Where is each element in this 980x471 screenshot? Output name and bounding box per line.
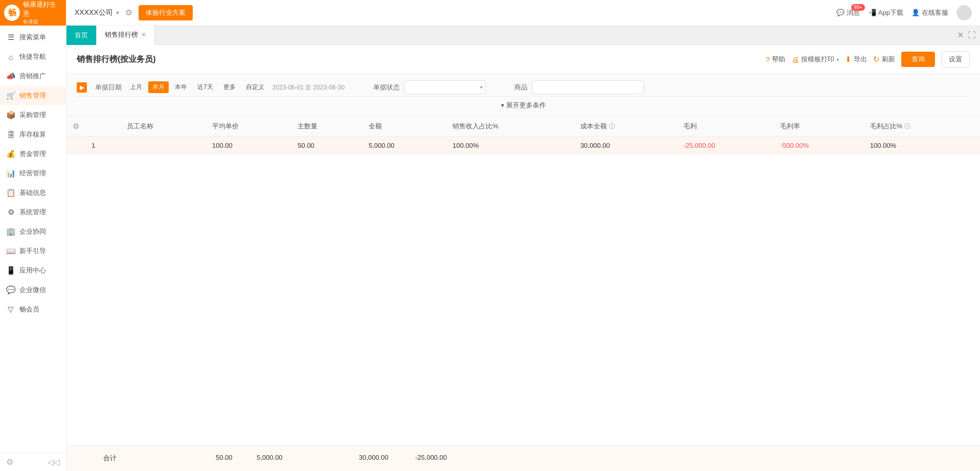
page-actions: ? 帮助 🖨 按模板打印 ▾ ⬇ 导出 ↻ 刷新 查询 设置 [766,51,970,68]
setting-button[interactable]: 设置 [941,51,970,68]
collapse-icon[interactable]: ◁◁ [48,457,60,467]
refresh-button[interactable]: ↻ 刷新 [873,55,895,64]
cell-settings [66,137,85,155]
data-table: ⚙ 员工名称 平均单价 主数量 全额 销售收入占比% 成本全额 ⓘ 毛利 [66,117,980,155]
message-badge: 99+ [851,4,865,11]
finance-icon: 💰 [6,149,15,159]
status-select[interactable] [404,80,486,94]
help-icon: ? [766,55,770,64]
sidebar-item-sales[interactable]: 🛒 销售管理 [0,86,66,105]
sidebar-item-basic-info[interactable]: 📋 基础信息 [0,183,66,203]
sidebar-item-operation[interactable]: 📊 经营管理 [0,164,66,183]
weixin-icon: 💬 [6,285,15,295]
help-button[interactable]: ? 帮助 [766,55,785,64]
sidebar-bottom: ⚙ ◁◁ [0,453,66,471]
tab-sales-rank[interactable]: 销售排行榜 ✕ [97,26,155,45]
export-button[interactable]: ⬇ 导出 [845,55,867,64]
purchase-icon: 📦 [6,110,15,120]
app-download-button[interactable]: 📲 App下载 [868,8,903,17]
message-button[interactable]: 💬 消息 99+ [836,8,860,17]
sidebar-item-system[interactable]: ⚙ 系统管理 [0,203,66,222]
user-avatar[interactable] [956,5,972,20]
tab-close-all-icon[interactable]: ✕ [957,30,964,40]
main-area: XXXXX公司 ▾ ⚙ 体验行业方案 💬 消息 99+ 📲 App下载 👤 在线… [66,0,980,471]
table-header-row: ⚙ 员工名称 平均单价 主数量 全额 销售收入占比% 成本全额 ⓘ 毛利 [66,117,980,137]
page-title: 销售排行榜(按业务员) [77,54,156,65]
sidebar-item-inventory[interactable]: 🗄 库存核算 [0,125,66,144]
filter-area: ▶ 单据日期 上月 本月 本年 近7天 更多 自定义 2023-06-01 至 … [66,74,980,117]
marketing-icon: 📣 [6,72,15,81]
query-button[interactable]: 查询 [901,52,935,67]
print-button[interactable]: 🖨 按模板打印 ▾ [791,55,839,64]
goods-filter: 商品 ··· [514,80,644,94]
status-select-wrap: ▾ [404,80,486,94]
header-settings-icon[interactable]: ⚙ [125,8,132,17]
online-service-button[interactable]: 👤 在线客服 [911,8,948,17]
page-content: 销售排行榜(按业务员) ? 帮助 🖨 按模板打印 ▾ ⬇ 导出 ↻ 刷新 [66,45,980,471]
tab-maximize-icon[interactable]: ⛶ [968,31,976,40]
system-icon: ⚙ [6,208,15,217]
cell-avg-price: 100.00 [206,137,291,155]
sidebar-item-search[interactable]: ☰ 搜索菜单 [0,28,66,47]
tab-home-label: 首页 [75,31,88,40]
guide-icon: 📖 [6,246,15,256]
sidebar-item-purchase[interactable]: 📦 采购管理 [0,105,66,125]
footer-empty1 [66,451,82,466]
tab-sales-rank-label: 销售排行榜 [105,30,138,39]
sidebar-item-marketing[interactable]: 📣 营销推广 [0,66,66,86]
footer-sales-pct [302,451,353,466]
print-icon: 🖨 [791,55,799,64]
app-center-icon: 📱 [6,266,15,275]
home-icon: ⌂ [6,52,15,61]
status-filter: 单据状态 ▾ [373,80,486,94]
tab-home[interactable]: 首页 [66,26,97,45]
sales-icon: 🛒 [6,91,15,100]
cell-sales-pct: 100.00% [446,137,574,155]
cell-gross-rate: -500.00% [774,137,863,155]
date-tab-this-year[interactable]: 本年 [171,81,191,93]
col-settings-icon[interactable]: ⚙ [73,122,79,130]
table-footer: 合计 50.00 5,000.00 30,000.00 -25,000.00 [66,445,980,471]
expand-more-btn[interactable]: ▾ 展开更多条件 [77,96,970,110]
goods-select-wrap: ··· [532,80,644,94]
date-tab-custom[interactable]: 自定义 [242,81,268,93]
download-icon: 📲 [868,9,876,16]
company-selector[interactable]: XXXXX公司 ▾ [75,8,119,17]
sidebar-nav: ☰ 搜索菜单 ⌂ 快捷导航 📣 营销推广 🛒 销售管理 📦 采购管理 🗄 库存核… [0,26,66,453]
operation-icon: 📊 [6,169,15,178]
date-range: 2023-06-01 至 2023-06-30 [272,83,345,92]
sidebar-item-finance[interactable]: 💰 资金管理 [0,144,66,164]
logo-icon: 畅 [4,5,20,21]
cell-gross: -25,000.00 [677,137,774,155]
sidebar-item-weixin[interactable]: 💬 企业微信 [0,280,66,300]
date-tab-last-month[interactable]: 上月 [126,81,146,93]
trial-button[interactable]: 体验行业方案 [139,5,193,20]
date-tab-7days[interactable]: 近7天 [193,81,217,93]
tab-close-icon[interactable]: ✕ [141,31,146,38]
cell-gross-pct: 100.00% [864,137,980,155]
footer-label: 合计 [97,451,158,466]
app-download-label: App下载 [878,8,903,17]
page-header: 销售排行榜(按业务员) ? 帮助 🖨 按模板打印 ▾ ⬇ 导出 ↻ 刷新 [66,45,980,74]
sidebar-item-quick-nav[interactable]: ⌂ 快捷导航 [0,47,66,66]
tab-bar-actions: ✕ ⛶ [957,30,980,40]
settings-bottom-icon[interactable]: ⚙ [6,457,13,467]
col-amount: 全额 [362,117,446,137]
print-dropdown-arrow: ▾ [836,57,839,62]
filter-expand-arrow[interactable]: ▶ [77,82,87,93]
date-tab-more[interactable]: 更多 [219,81,240,93]
date-tab-this-month[interactable]: 本月 [148,81,169,93]
sidebar-item-enterprise[interactable]: 🏢 企业协同 [0,222,66,241]
cell-name [121,137,206,155]
footer-amount: 5,000.00 [250,451,302,466]
goods-input[interactable] [532,80,644,94]
date-filter: 单据日期 上月 本月 本年 近7天 更多 自定义 2023-06-01 至 20… [95,81,345,93]
sidebar-item-app-center[interactable]: 📱 应用中心 [0,261,66,280]
sidebar: 畅 畅康通好生意 标准版 ☰ 搜索菜单 ⌂ 快捷导航 📣 营销推广 🛒 销售管理… [0,0,66,471]
goods-label: 商品 [514,83,528,92]
cost-info-icon[interactable]: ⓘ [609,123,615,130]
sidebar-item-member[interactable]: ▽ 畅会员 [0,300,66,319]
col-avg-price: 平均单价 [206,117,291,137]
gross-pct-info-icon[interactable]: ⓘ [904,123,910,130]
sidebar-item-guide[interactable]: 📖 新手引导 [0,241,66,261]
